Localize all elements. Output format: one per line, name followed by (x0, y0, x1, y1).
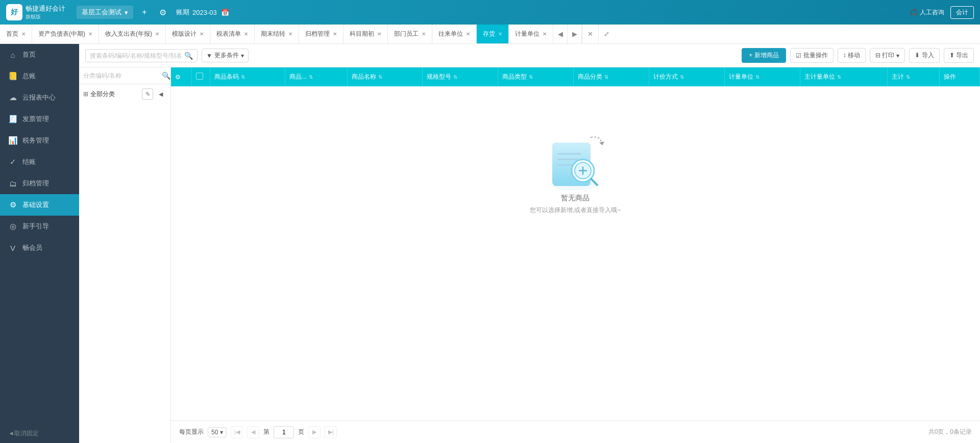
toolbar: 🔍 ▼ 更多条件 ▾ + 新增商品 ☑ 批量操作 ↕ 移动 ⊟ 打印 (79, 44, 980, 67)
th-main-unit[interactable]: 主计量单位 ⇅ (800, 67, 888, 86)
tab-close-icon[interactable]: ✕ (498, 31, 502, 37)
tab-close-icon[interactable]: ✕ (422, 31, 426, 37)
main-layout: ⌂ 首页 📒 总账 ☁ 云报表中心 🧾 发票管理 📊 税务管理 ✓ 结账 🗂 归… (0, 44, 980, 443)
th-checkbox[interactable] (191, 67, 210, 86)
consult-button[interactable]: 🎧 人工咨询 (910, 8, 944, 17)
tab-close-icon[interactable]: ✕ (466, 31, 470, 37)
th-settings[interactable]: ⚙ (171, 67, 191, 86)
sidebar-item-invoice[interactable]: 🧾 发票管理 (0, 108, 79, 130)
export-button[interactable]: ⬆ 导出 (944, 48, 974, 63)
content-area: 🔍 ▼ 更多条件 ▾ + 新增商品 ☑ 批量操作 ↕ 移动 ⊟ 打印 (79, 44, 980, 443)
add-tab-button[interactable]: + (137, 5, 152, 19)
tax-icon: 📊 (8, 136, 17, 145)
tab-tax-list[interactable]: 税表清单 ✕ (210, 25, 255, 43)
tab-close-icon[interactable]: ✕ (377, 31, 381, 37)
sort-icon: ⇅ (241, 74, 245, 80)
chevron-down-icon: ▾ (125, 9, 128, 16)
sidebar-item-archive[interactable]: 🗂 归档管理 (0, 173, 79, 194)
sidebar-item-member[interactable]: V 畅会员 (0, 237, 79, 259)
tab-period-carry[interactable]: 期末结转 ✕ (255, 25, 299, 43)
ledger-icon: 📒 (8, 72, 17, 81)
add-product-button[interactable]: + 新增商品 (742, 48, 786, 63)
sidebar-item-cloud-report[interactable]: ☁ 云报表中心 (0, 87, 79, 108)
tab-unit[interactable]: 计量单位 ✕ (509, 25, 553, 43)
th-name[interactable]: 商品名称 ⇅ (347, 67, 423, 86)
account-button[interactable]: 会计 (950, 6, 974, 19)
th-category[interactable]: 商品分类 ⇅ (574, 67, 649, 86)
settings-button[interactable]: ⚙ (156, 5, 170, 19)
pagination-summary: 共0页，0条记录 (928, 428, 972, 436)
sidebar-item-guide[interactable]: ◎ 新手引导 (0, 216, 79, 237)
tab-prev-button[interactable]: ◀ (553, 25, 568, 43)
th-main-count[interactable]: 主计 ⇅ (888, 67, 940, 86)
search-icon[interactable]: 🔍 (184, 52, 193, 60)
batch-icon: ☑ (796, 52, 801, 59)
th-unit[interactable]: 计量单位 ⇅ (725, 67, 800, 86)
sidebar-unpin-button[interactable]: ◄取消固定 (0, 424, 79, 443)
close-account-icon: ✓ (8, 157, 17, 167)
tab-inventory[interactable]: 存货 ✕ (477, 25, 509, 43)
tab-close-icon[interactable]: ✕ (288, 31, 292, 37)
more-filter-button[interactable]: ▼ 更多条件 ▾ (202, 49, 249, 62)
sidebar-item-ledger[interactable]: 📒 总账 (0, 65, 79, 87)
print-button[interactable]: ⊟ 打印 ▾ (870, 48, 905, 63)
tab-contacts[interactable]: 往来单位 ✕ (432, 25, 477, 43)
next-page-button[interactable]: ▶ (308, 426, 321, 438)
batch-operation-button[interactable]: ☑ 批量操作 (790, 48, 834, 63)
sort-icon: ⇅ (680, 74, 684, 80)
last-page-button[interactable]: ▶| (325, 426, 337, 438)
chevron-down-icon: ▾ (241, 52, 244, 59)
category-all-header[interactable]: ⊞ 全部分类 ✎ ◀ (79, 84, 170, 104)
th-price-method[interactable]: 计价方式 ⇅ (649, 67, 725, 86)
page-size-select[interactable]: 50 ▾ (208, 427, 227, 437)
th-type[interactable]: 商品类型 ⇅ (498, 67, 574, 86)
sidebar-item-tax[interactable]: 📊 税务管理 (0, 130, 79, 151)
tab-close-icon[interactable]: ✕ (543, 31, 547, 37)
tab-dept-staff[interactable]: 部门员工 ✕ (388, 25, 432, 43)
category-search-area: 🔍 (79, 67, 170, 84)
tab-subject-init[interactable]: 科目期初 ✕ (344, 25, 388, 43)
tab-expand-button[interactable]: ⤢ (598, 25, 615, 43)
tab-homepage[interactable]: 首页 ✕ (0, 25, 32, 43)
prev-page-button[interactable]: ◀ (247, 426, 259, 438)
th-sku[interactable]: 商品... ⇅ (285, 67, 347, 86)
th-barcode[interactable]: 商品条码 ⇅ (210, 67, 285, 86)
tab-close-all-button[interactable]: ✕ (582, 25, 598, 43)
sidebar-item-homepage[interactable]: ⌂ 首页 (0, 44, 79, 65)
calendar-icon[interactable]: 📅 (221, 9, 229, 16)
tab-template-design[interactable]: 模版设计 ✕ (166, 25, 210, 43)
tab-close-icon[interactable]: ✕ (333, 31, 337, 37)
tab-close-icon[interactable]: ✕ (88, 31, 92, 37)
category-search-icon[interactable]: 🔍 (162, 72, 170, 80)
sidebar-item-basic-settings[interactable]: ⚙ 基础设置 (0, 194, 79, 216)
tab-next-button[interactable]: ▶ (568, 25, 582, 43)
home-icon: ⌂ (8, 51, 17, 59)
th-spec[interactable]: 规格型号 ⇅ (423, 67, 498, 86)
filter-icon: ▼ (206, 52, 212, 59)
category-search-input[interactable] (83, 72, 160, 79)
search-box[interactable]: 🔍 (85, 49, 198, 62)
first-page-button[interactable]: |◀ (231, 426, 243, 438)
tab-close-icon[interactable]: ✕ (21, 31, 26, 37)
th-action: 操作 (940, 67, 980, 86)
move-button[interactable]: ↕ 移动 (838, 48, 866, 63)
tab-balance-sheet[interactable]: 资产负债表(中期) ✕ (32, 25, 99, 43)
page-number-input[interactable] (274, 426, 294, 438)
sort-icon: ⇅ (309, 74, 313, 80)
tab-close-icon[interactable]: ✕ (200, 31, 204, 37)
category-collapse-button[interactable]: ◀ (155, 88, 166, 100)
tab-close-icon[interactable]: ✕ (155, 31, 159, 37)
company-selector[interactable]: 基层工会测试 ▾ (77, 6, 133, 19)
import-button[interactable]: ⬇ 导入 (909, 48, 939, 63)
cloud-icon: ☁ (8, 93, 17, 102)
svg-marker-12 (599, 142, 604, 145)
tab-income-statement[interactable]: 收入支出表(年报) ✕ (99, 25, 166, 43)
print-dropdown-icon: ▾ (896, 52, 899, 59)
tab-archive[interactable]: 归档管理 ✕ (299, 25, 344, 43)
category-edit-button[interactable]: ✎ (142, 88, 153, 100)
sidebar-item-close-account[interactable]: ✓ 结账 (0, 151, 79, 173)
search-input[interactable] (90, 52, 182, 59)
logo-icon: 好 (6, 4, 22, 20)
select-all-checkbox[interactable] (196, 73, 203, 80)
tab-close-icon[interactable]: ✕ (244, 31, 248, 37)
